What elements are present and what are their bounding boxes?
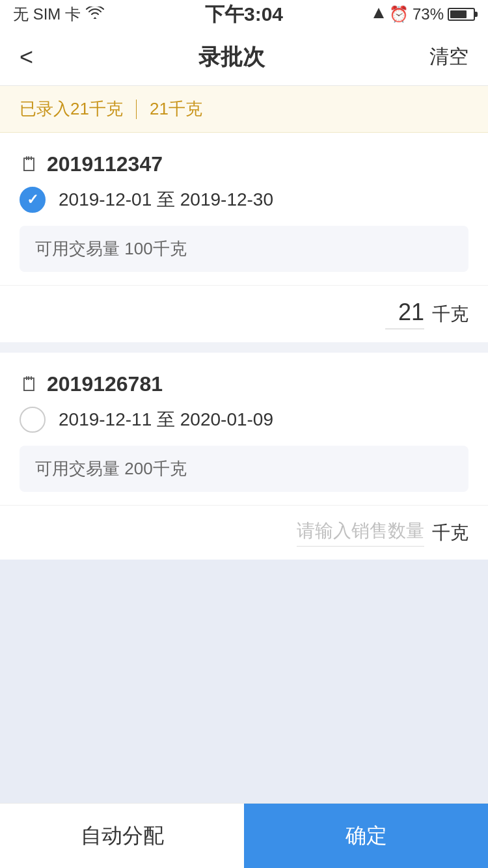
alarm-icon: ⏰ xyxy=(389,5,409,23)
batch-1-header: 🗒 2019112347 xyxy=(20,152,468,176)
batch-1-quantity-value[interactable]: 21 xyxy=(385,299,424,329)
status-right: ⏰ 73% xyxy=(372,5,475,23)
battery-icon xyxy=(448,8,475,21)
recorded-label: 已录入21千克 xyxy=(20,98,123,120)
bottom-bar: 自动分配 确定 xyxy=(0,803,488,868)
batch-2-quantity-row: 请输入销售数量 千克 xyxy=(0,505,488,560)
batch-2-quantity-area: 请输入销售数量 千克 xyxy=(297,519,468,547)
auto-distribute-button[interactable]: 自动分配 xyxy=(0,804,244,868)
batch-icon-2: 🗒 xyxy=(20,373,39,396)
batch-1-unit: 千克 xyxy=(432,302,468,327)
batch-card-2: 🗒 2019126781 2019-12-11 至 2020-01-09 可用交… xyxy=(0,353,488,560)
batch-2-id: 2019126781 xyxy=(47,372,163,396)
wifi-icon xyxy=(86,5,104,23)
section-divider xyxy=(0,342,488,353)
back-button[interactable]: < xyxy=(20,44,33,71)
content: 🗒 2019112347 2019-12-01 至 2019-12-30 可用交… xyxy=(0,133,488,868)
info-banner: 已录入21千克 21千克 xyxy=(0,86,488,133)
batch-1-quantity-area: 21 千克 xyxy=(385,299,468,329)
status-left: 无 SIM 卡 xyxy=(13,4,104,25)
battery-percent: 73% xyxy=(413,5,444,23)
batch-card-1: 🗒 2019112347 2019-12-01 至 2019-12-30 可用交… xyxy=(0,133,488,342)
batch-2-available: 可用交易量 200千克 xyxy=(20,446,468,492)
batch-2-quantity-placeholder[interactable]: 请输入销售数量 xyxy=(297,519,424,547)
carrier-text: 无 SIM 卡 xyxy=(13,4,81,25)
batch-2-radio[interactable] xyxy=(20,407,46,433)
info-divider xyxy=(136,100,137,119)
recorded-value: 21千克 xyxy=(150,98,202,120)
batch-icon-1: 🗒 xyxy=(20,154,39,176)
page-title: 录批次 xyxy=(198,42,265,72)
batch-2-header: 🗒 2019126781 xyxy=(20,372,468,396)
batch-2-unit: 千克 xyxy=(432,521,468,545)
batch-1-date: 2019-12-01 至 2019-12-30 xyxy=(59,187,273,212)
status-bar: 无 SIM 卡 下午3:04 ⏰ 73% xyxy=(0,0,488,29)
batch-1-date-row: 2019-12-01 至 2019-12-30 xyxy=(20,187,468,213)
batch-1-quantity-row: 21 千克 xyxy=(0,285,488,342)
confirm-button[interactable]: 确定 xyxy=(244,804,488,868)
status-time: 下午3:04 xyxy=(205,1,283,28)
location-icon xyxy=(372,5,385,23)
batch-1-available: 可用交易量 100千克 xyxy=(20,226,468,272)
clear-button[interactable]: 清空 xyxy=(429,44,468,70)
batch-1-id: 2019112347 xyxy=(47,152,163,176)
empty-area xyxy=(0,560,488,833)
batch-1-radio[interactable] xyxy=(20,187,46,213)
nav-bar: < 录批次 清空 xyxy=(0,29,488,86)
batch-2-date-row: 2019-12-11 至 2020-01-09 xyxy=(20,407,468,433)
batch-2-date: 2019-12-11 至 2020-01-09 xyxy=(59,407,273,432)
